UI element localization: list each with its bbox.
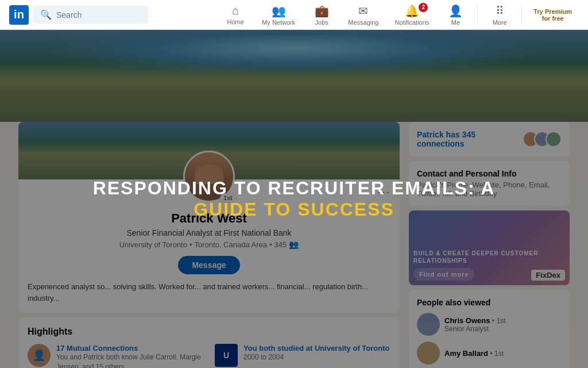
ad-cta-text: BUILD & CREATE DEEPER CUSTOMER RELATIONS… — [413, 250, 565, 264]
mutual-connections-label[interactable]: 17 Mutual Connections — [56, 344, 203, 352]
content-area: 1st ··· Patrick West Senior Financial An… — [18, 122, 570, 368]
nav-messaging[interactable]: ✉ Messaging — [341, 2, 385, 28]
person-avatar-1 — [417, 313, 440, 336]
nav-items: ⌂ Home 👥 My Network 💼 Jobs ✉ Messaging 🔔… — [218, 2, 579, 28]
profile-name: Patrick West — [30, 211, 388, 226]
profile-card: 1st ··· Patrick West Senior Financial An… — [18, 122, 400, 313]
school-desc: 2000 to 2004 — [243, 352, 389, 362]
connections-row: Patrick has 345 connections — [417, 130, 562, 148]
search-icon: 🔍 — [40, 9, 52, 20]
nav-more-label: More — [493, 19, 507, 26]
me-icon: 👤 — [448, 4, 463, 18]
ad-card: BUILD & CREATE DEEPER CUSTOMER RELATIONS… — [409, 210, 570, 285]
contact-info-desc: Patrick's Profile, Website, Phone, Email… — [417, 181, 562, 198]
meta-separator: • — [189, 240, 192, 249]
avatar-wrap: 1st — [183, 151, 235, 202]
nav-notifications-label: Notifications — [394, 19, 429, 26]
search-input[interactable] — [56, 10, 131, 20]
contact-info-card: Contact and Personal Info Patrick's Prof… — [409, 161, 570, 206]
nav-me[interactable]: 👤 Me — [438, 2, 473, 28]
connections-avatars — [523, 131, 562, 147]
nav-home[interactable]: ⌂ Home — [218, 2, 253, 28]
person-role-1: Senior Analyst — [444, 325, 562, 333]
mutual-connections-desc: You and Patrick both know Julie Carroll,… — [56, 352, 203, 368]
search-bar[interactable]: 🔍 — [33, 6, 148, 24]
connections-label[interactable]: Patrick has 345 connections — [417, 130, 518, 148]
profile-title: Senior Financial Analyst at First Nation… — [30, 228, 388, 237]
jobs-icon: 💼 — [315, 4, 329, 18]
nav-jobs[interactable]: 💼 Jobs — [304, 2, 339, 28]
nav-me-label: Me — [451, 19, 460, 26]
profile-university: University of Toronto — [119, 240, 187, 249]
nav-divider — [477, 6, 478, 24]
left-content: 1st ··· Patrick West Senior Financial An… — [18, 122, 400, 368]
highlight-items: 👤 17 Mutual Connections You and Patrick … — [28, 344, 390, 368]
person-badge-1: • 1st — [492, 317, 506, 325]
highlight-school: U You both studied at University of Toro… — [215, 344, 390, 368]
nav-more[interactable]: ⠿ More — [482, 2, 517, 28]
highlights-title: Highlights — [28, 327, 390, 337]
cover-background — [0, 30, 588, 122]
nav-premium[interactable]: Try Premium for free — [527, 6, 579, 24]
page-body: RESPONDING TO RECRUITER EMAILS: A GUIDE … — [0, 30, 588, 368]
person-info-1: Chris Owens • 1st Senior Analyst — [444, 316, 562, 333]
profile-summary: Experienced analyst so... solving skills… — [18, 281, 400, 304]
mutual-connections-text: 17 Mutual Connections You and Patrick bo… — [56, 344, 203, 368]
linkedin-logo[interactable]: in — [9, 5, 29, 25]
connections-card: Patrick has 345 connections — [409, 122, 570, 156]
person-avatar-2 — [417, 342, 440, 365]
contact-info-title: Contact and Personal Info — [417, 169, 562, 178]
nav-network[interactable]: 👥 My Network — [255, 2, 302, 28]
school-label[interactable]: You both studied at University of Toront… — [243, 344, 389, 352]
school-image: U — [215, 344, 238, 367]
notifications-icon: 🔔 — [405, 4, 419, 18]
home-icon: ⌂ — [232, 4, 239, 17]
mutual-connections-image: 👤 — [28, 344, 51, 367]
mini-avatar-3 — [546, 131, 562, 147]
profile-connections-count: 345 — [274, 240, 287, 249]
connections-icon: 👥 — [289, 240, 299, 249]
first-degree-badge: 1st — [220, 193, 236, 202]
profile-location: Toronto, Canada Area — [195, 240, 267, 249]
school-text: You both studied at University of Toront… — [243, 344, 389, 362]
right-sidebar: Patrick has 345 connections Contact and … — [409, 122, 570, 368]
network-icon: 👥 — [272, 4, 286, 18]
notifications-badge: 2 — [419, 3, 428, 12]
person-name-2[interactable]: Amy Ballard • 1st — [444, 349, 562, 358]
nav-premium-label: Try Premium — [533, 8, 572, 15]
ad-find-out-more[interactable]: Find out more — [413, 268, 474, 281]
nav-home-label: Home — [227, 18, 244, 25]
top-navigation: in 🔍 ⌂ Home 👥 My Network 💼 Jobs ✉ Messag… — [0, 0, 588, 30]
profile-more-button[interactable]: ··· — [377, 185, 390, 198]
people-title: People also viewed — [417, 298, 562, 307]
person-badge-2: • 1st — [490, 350, 504, 358]
person-row-1: Chris Owens • 1st Senior Analyst — [417, 313, 562, 336]
meta-separator2: • — [269, 240, 272, 249]
nav-jobs-label: Jobs — [315, 19, 328, 26]
nav-messaging-label: Messaging — [348, 19, 378, 26]
messaging-icon: ✉ — [358, 4, 368, 18]
nav-notifications[interactable]: 🔔 2 Notifications — [388, 2, 436, 28]
ad-image[interactable]: BUILD & CREATE DEEPER CUSTOMER RELATIONS… — [409, 210, 570, 285]
person-info-2: Amy Ballard • 1st — [444, 349, 562, 358]
highlights-section: Highlights 👤 17 Mutual Connections You a… — [18, 317, 400, 368]
people-also-viewed-card: People also viewed Chris Owens • 1st Sen… — [409, 290, 570, 368]
person-name-1[interactable]: Chris Owens • 1st — [444, 316, 562, 325]
highlight-mutual: 👤 17 Mutual Connections You and Patrick … — [28, 344, 203, 368]
cover-photo — [0, 30, 588, 122]
nav-premium-sub: for free — [542, 15, 564, 22]
person-row-2: Amy Ballard • 1st — [417, 342, 562, 365]
profile-meta: University of Toronto • Toronto, Canada … — [30, 240, 388, 249]
more-icon: ⠿ — [496, 4, 504, 18]
nav-divider-2 — [521, 6, 522, 24]
nav-network-label: My Network — [262, 19, 295, 26]
message-button[interactable]: Message — [178, 256, 239, 274]
